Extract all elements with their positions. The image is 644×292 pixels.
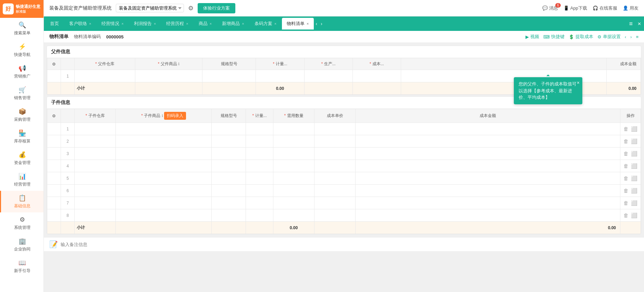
- sidebar-item-finance[interactable]: 💰 资金管理: [0, 148, 44, 169]
- tab-barcode[interactable]: 条码方案 ×: [250, 18, 281, 30]
- copy-icon[interactable]: ⬜: [631, 188, 637, 194]
- sidebar-item-basic-info[interactable]: 📋 基础信息: [0, 191, 44, 212]
- basic-info-icon: 📋: [18, 194, 26, 202]
- gear-icon[interactable]: ⚙: [188, 4, 194, 12]
- tooltip-close-button[interactable]: ×: [577, 79, 580, 86]
- logo-icon: 好: [3, 3, 14, 14]
- sidebar-item-quick-nav[interactable]: ⚡ 快捷导航: [0, 39, 44, 61]
- tab-bom-label: 物料清单: [287, 21, 305, 27]
- child-goods-info-icon: ℹ: [162, 114, 163, 118]
- tab-history-close[interactable]: ×: [186, 22, 188, 26]
- video-action[interactable]: ▶ 视频: [525, 34, 539, 40]
- delete-icon[interactable]: 🗑: [623, 126, 629, 132]
- close-tab-icon[interactable]: ✕: [636, 20, 643, 28]
- settings-label: 单据设置: [603, 34, 621, 40]
- child-row-8: 8 🗑 ⬜: [47, 209, 641, 222]
- note-input[interactable]: [61, 242, 639, 247]
- tab-barcode-label: 条码方案: [255, 21, 272, 27]
- sidebar-item-label: 资金管理: [14, 160, 30, 166]
- tab-history[interactable]: 经营历程 ×: [161, 18, 193, 30]
- delete-icon[interactable]: 🗑: [623, 200, 629, 206]
- delete-icon[interactable]: 🗑: [623, 151, 629, 156]
- child-col-cost-unit: 成本单价: [314, 109, 356, 123]
- cost-action[interactable]: 💲 提取成本: [569, 34, 593, 40]
- sidebar-item-operations[interactable]: 📊 经营管理: [0, 169, 44, 191]
- bottom-bar: 📝: [44, 237, 644, 251]
- sidebar-item-purchase[interactable]: 📦 采购管理: [0, 104, 44, 126]
- tab-history-label: 经营历程: [166, 21, 184, 27]
- trial-button[interactable]: 体验行业方案: [198, 3, 235, 13]
- sidebar-item-label: 销售管理: [14, 95, 30, 101]
- nav-prev-doc[interactable]: ‹: [625, 34, 626, 39]
- tab-new-goods-close[interactable]: ×: [242, 22, 244, 26]
- tab-operations-close[interactable]: ×: [121, 22, 123, 26]
- tab-operations[interactable]: 经营情况 ×: [97, 18, 128, 30]
- child-section: 子件信息 ⚙ * 子件仓库 * 子件商品 ℹ 扫码: [47, 96, 641, 234]
- parent-col-cost: * 成本...: [352, 58, 401, 70]
- copy-icon[interactable]: ⬜: [631, 212, 637, 218]
- copy-icon[interactable]: ⬜: [631, 163, 637, 169]
- service-button[interactable]: 🎧 在线客服: [593, 5, 617, 11]
- delete-icon[interactable]: 🗑: [623, 138, 629, 144]
- message-icon: 💬: [542, 5, 548, 11]
- copy-icon[interactable]: ⬜: [631, 175, 637, 181]
- sidebar-item-guide[interactable]: 📖 新手引导: [0, 256, 44, 277]
- child-col-cost-amount: 成本金额: [356, 109, 620, 123]
- tab-customer[interactable]: 客户联络 ×: [64, 18, 96, 30]
- tab-goods-close[interactable]: ×: [210, 22, 212, 26]
- child-col-warehouse: * 子件仓库: [75, 109, 116, 123]
- close-all-tabs[interactable]: ≡: [626, 19, 635, 29]
- parent-col-production: * 生产...: [304, 58, 352, 70]
- tab-profit[interactable]: 利润报告 ×: [129, 18, 161, 30]
- tab-bom[interactable]: 物料清单 ×: [282, 18, 313, 30]
- tab-bom-close[interactable]: ×: [307, 22, 309, 26]
- sidebar-item-system[interactable]: ⚙ 系统管理: [0, 212, 44, 234]
- tab-customer-close[interactable]: ×: [89, 22, 91, 26]
- copy-icon[interactable]: ⬜: [631, 126, 637, 132]
- sidebar-item-marketing[interactable]: 📢 营销推广: [0, 61, 44, 83]
- message-button[interactable]: 💬 消息 6: [542, 5, 558, 11]
- child-col-spec: 规格型号: [212, 109, 246, 123]
- shortcut-action[interactable]: ⌨ 快捷键: [543, 34, 565, 40]
- tab-profit-close[interactable]: ×: [154, 22, 156, 26]
- phone-icon: 📱: [564, 5, 569, 11]
- nav-next-doc[interactable]: ›: [630, 34, 632, 39]
- tab-goods[interactable]: 商品 ×: [194, 18, 216, 30]
- app-label: App下载: [570, 5, 587, 11]
- sidebar-item-label: 快捷导航: [14, 52, 30, 58]
- copy-icon[interactable]: ⬜: [631, 151, 637, 156]
- delete-icon[interactable]: 🗑: [623, 175, 629, 181]
- child-subtotal-cost: 0.00: [356, 222, 620, 234]
- search-icon: 🔍: [18, 21, 26, 29]
- sidebar-item-sales[interactable]: 🛒 销售管理: [0, 83, 44, 104]
- copy-icon[interactable]: ⬜: [631, 200, 637, 206]
- app-download-button[interactable]: 📱 App下载: [564, 5, 587, 11]
- tab-barcode-close[interactable]: ×: [274, 22, 276, 26]
- user-label: 用友: [630, 5, 639, 11]
- child-col-num: [61, 109, 75, 123]
- sub-header: 物料清单 物料清单编码 0000005 ▶ 视频 ⌨ 快捷键 💲 提取成本 ⚙: [44, 31, 644, 43]
- sub-header-code-value: 0000005: [106, 34, 124, 39]
- nav-next[interactable]: ›: [319, 20, 324, 27]
- sidebar-item-label: 营销推广: [14, 73, 30, 79]
- sidebar-item-search[interactable]: 🔍 搜索菜单: [0, 18, 44, 39]
- child-subtotal-row: 小计 0.00 0.00: [47, 222, 641, 234]
- system-title: 装备及固定资产辅助管理系统: [49, 5, 112, 11]
- delete-icon[interactable]: 🗑: [623, 212, 629, 218]
- delete-icon[interactable]: 🗑: [623, 188, 629, 194]
- tooltip-text: 您的父件、子件的成本取值可以选择【参考成本、最新进价、平均成本】: [519, 81, 577, 100]
- delete-icon[interactable]: 🗑: [623, 163, 629, 169]
- tab-new-goods[interactable]: 新增商品 ×: [217, 18, 249, 30]
- system-select[interactable]: 装备及固定资产辅助管理系统: [116, 4, 184, 12]
- list-view-icon[interactable]: ≡: [636, 34, 639, 39]
- user-button[interactable]: 👤 用友: [623, 5, 639, 11]
- sidebar-item-inventory[interactable]: 🏪 库存核算: [0, 126, 44, 148]
- nav-prev[interactable]: ‹: [314, 20, 319, 27]
- sidebar-item-enterprise[interactable]: 🏢 企业协同: [0, 234, 44, 256]
- tab-home[interactable]: 首页: [45, 18, 64, 30]
- tab-new-goods-label: 新增商品: [222, 21, 240, 27]
- settings-action[interactable]: ⚙ 单据设置: [597, 34, 621, 40]
- scan-button[interactable]: 扫码录入: [164, 112, 186, 120]
- parent-subtotal-label: 小计: [77, 86, 85, 91]
- copy-icon[interactable]: ⬜: [631, 138, 637, 144]
